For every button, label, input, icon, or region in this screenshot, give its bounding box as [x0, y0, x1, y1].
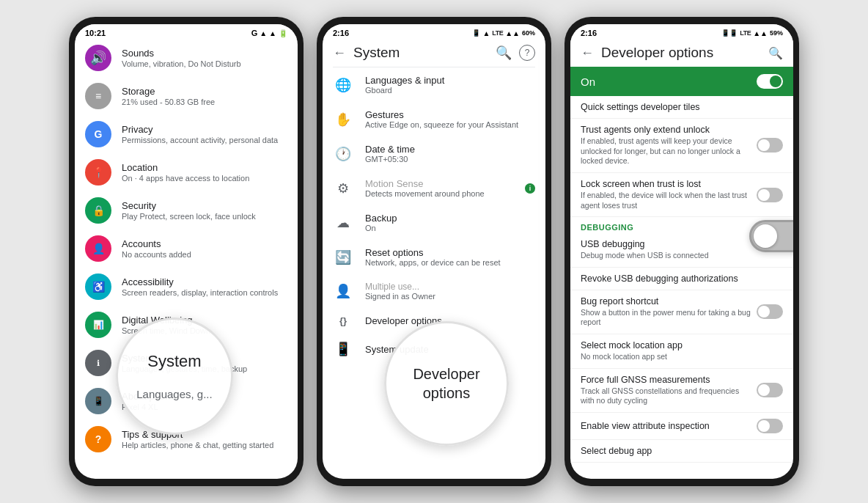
- icons3: 📱📱: [721, 29, 738, 37]
- status-bar-1: 10:21 G ▲ ▲ 🔋: [75, 24, 298, 39]
- phone-1-body: 10:21 G ▲ ▲ 🔋 🔊 Sounds Volume, vibration…: [69, 17, 304, 486]
- quick-settings-item[interactable]: Quick settings developer tiles: [570, 96, 793, 119]
- back-button-3[interactable]: ←: [581, 45, 594, 61]
- search-button-2[interactable]: 🔍: [496, 45, 512, 61]
- sysupdate-item[interactable]: 📱 System update: [323, 334, 545, 364]
- storage-text: Storage 21% used - 50.83 GB free: [122, 86, 287, 106]
- location-title: Location: [122, 162, 287, 173]
- debug-app-item[interactable]: Select debug app: [570, 440, 793, 463]
- sounds-sub: Volume, vibration, Do Not Disturb: [122, 59, 287, 68]
- accounts-text: Accounts No accounts added: [122, 238, 287, 259]
- digital-wellbeing-item[interactable]: 📊 Digital Wellbeing Screen time, Wind Do…: [75, 306, 298, 344]
- gestures-text: Gestures Active Edge on, squeeze for you…: [365, 109, 518, 129]
- dev-on-bar[interactable]: On: [570, 67, 793, 96]
- location-text: Location On · 4 apps have access to loca…: [122, 162, 287, 183]
- location-item[interactable]: 📍 Location On · 4 apps have access to lo…: [75, 153, 298, 191]
- system-list: 🌐 Languages & input Gboard ✋ Gestures Ac…: [323, 67, 545, 364]
- help-button-2[interactable]: ?: [519, 45, 535, 61]
- signal-icon: ▲: [269, 29, 276, 37]
- security-sub: Play Protect, screen lock, face unlock: [122, 212, 287, 221]
- accounts-sub: No accounts added: [122, 250, 287, 259]
- revoke-usb-item[interactable]: Revoke USB debugging authorizations: [570, 268, 793, 290]
- multiuser-text: Multiple use... Signed in as Owner: [365, 282, 435, 301]
- system-item[interactable]: ℹ System Languages, gestures, time, back…: [75, 344, 298, 382]
- sounds-icon: 🔊: [85, 45, 111, 71]
- gnss-item[interactable]: Force full GNSS measurements Track all G…: [570, 369, 793, 413]
- gestures-item[interactable]: ✋ Gestures Active Edge on, squeeze for y…: [323, 102, 545, 136]
- datetime-sub: GMT+05:30: [365, 155, 415, 164]
- view-attr-row: Enable view attribute inspection: [581, 419, 783, 433]
- trust-agents-title: Trust agents only extend unlock: [581, 125, 751, 135]
- trust-agents-row: Trust agents only extend unlock If enabl…: [581, 125, 783, 166]
- tips-item[interactable]: ? Tips & support Help articles, phone & …: [75, 420, 298, 458]
- storage-item[interactable]: ≡ Storage 21% used - 50.83 GB free: [75, 77, 298, 115]
- privacy-title: Privacy: [122, 124, 287, 135]
- bug-report-title: Bug report shortcut: [581, 296, 751, 306]
- about-icon: 📱: [85, 388, 111, 414]
- backup-item[interactable]: ☁ Backup On: [323, 205, 545, 240]
- security-item[interactable]: 🔒 Security Play Protect, screen lock, fa…: [75, 191, 298, 230]
- lang-title: Languages & input: [365, 75, 444, 86]
- time-2: 2:16: [333, 29, 349, 37]
- status-icons-1: G ▲ ▲ 🔋: [251, 29, 287, 37]
- phone-2-screen: 2:16 📱 ▲ LTE ▲▲ 60% ← System 🔍 ?: [323, 24, 545, 479]
- signal2-icon: ▲▲: [505, 29, 520, 37]
- phone-3-screen: 2:16 📱📱 LTE ▲▲ 59% ← Developer options 🔍…: [570, 24, 793, 479]
- dev-on-toggle[interactable]: [757, 74, 783, 89]
- security-text: Security Play Protect, screen lock, face…: [122, 200, 287, 221]
- phone-2-body: 2:16 📱 ▲ LTE ▲▲ 60% ← System 🔍 ?: [317, 17, 551, 486]
- bug-report-toggle[interactable]: [757, 304, 783, 319]
- view-attr-toggle[interactable]: [757, 419, 783, 433]
- quick-settings-title: Quick settings developer tiles: [581, 102, 700, 112]
- usb-toggle-large[interactable]: [749, 220, 793, 252]
- reset-item[interactable]: 🔄 Reset options Network, apps, or device…: [323, 240, 545, 274]
- google-icon: G: [251, 29, 258, 37]
- lang-text: Languages & input Gboard: [365, 75, 444, 95]
- phone-3: 2:16 📱📱 LTE ▲▲ 59% ← Developer options 🔍…: [564, 17, 799, 486]
- search-button-3[interactable]: 🔍: [768, 46, 783, 60]
- trust-agents-item[interactable]: Trust agents only extend unlock If enabl…: [570, 119, 793, 173]
- bug-report-sub: Show a button in the power menu for taki…: [581, 308, 751, 328]
- phone-2: 2:16 📱 ▲ LTE ▲▲ 60% ← System 🔍 ?: [317, 17, 551, 486]
- lang-input-item[interactable]: 🌐 Languages & input Gboard: [323, 67, 545, 102]
- lock-screen-title: Lock screen when trust is lost: [581, 179, 751, 189]
- digital-wellbeing-sub: Screen time, Wind Down: [122, 326, 287, 335]
- time-3: 2:16: [581, 29, 597, 37]
- battery2-icon: 60%: [522, 29, 535, 37]
- back-button-2[interactable]: ←: [333, 45, 346, 61]
- trust-agents-toggle[interactable]: [757, 138, 783, 153]
- view-attr-item[interactable]: Enable view attribute inspection: [570, 413, 793, 440]
- bug-report-item[interactable]: Bug report shortcut Show a button in the…: [570, 290, 793, 334]
- sounds-item[interactable]: 🔊 Sounds Volume, vibration, Do Not Distu…: [75, 39, 298, 77]
- backup-title: Backup: [365, 213, 397, 224]
- system-top-bar: ← System 🔍 ?: [323, 39, 545, 67]
- motion-text: Motion Sense Detects movement around pho…: [365, 178, 513, 198]
- multiuser-title: Multiple use...: [365, 282, 435, 292]
- lang-icon: 🌐: [333, 77, 353, 93]
- lock-screen-item[interactable]: Lock screen when trust is lost If enable…: [570, 173, 793, 217]
- devopt-item[interactable]: {} Developer options: [323, 308, 545, 334]
- gnss-sub: Track all GNSS constellations and freque…: [581, 386, 751, 406]
- dev-options-title: Developer options: [601, 45, 761, 61]
- status-icons-2: 📱 ▲ LTE ▲▲ 60%: [472, 29, 535, 37]
- debug-app-title: Select debug app: [581, 446, 783, 456]
- digital-wellbeing-text: Digital Wellbeing Screen time, Wind Down: [122, 315, 287, 335]
- accessibility-item[interactable]: ♿ Accessibility Screen readers, display,…: [75, 268, 298, 306]
- accounts-item[interactable]: 👤 Accounts No accounts added: [75, 230, 298, 268]
- accessibility-text: Accessibility Screen readers, display, i…: [122, 276, 287, 297]
- gnss-toggle[interactable]: [757, 383, 783, 397]
- datetime-item[interactable]: 🕐 Date & time GMT+05:30: [323, 136, 545, 171]
- backup-text: Backup On: [365, 213, 397, 232]
- accounts-title: Accounts: [122, 238, 287, 249]
- multiuser-item[interactable]: 👤 Multiple use... Signed in as Owner: [323, 274, 545, 308]
- motion-sense-item[interactable]: ⚙ Motion Sense Detects movement around p…: [323, 171, 545, 205]
- usb-debugging-sub: Debug mode when USB is connected: [581, 251, 783, 261]
- usb-debugging-item[interactable]: USB debugging Debug mode when USB is con…: [570, 233, 793, 268]
- lock-screen-toggle[interactable]: [757, 188, 783, 202]
- datetime-text: Date & time GMT+05:30: [365, 144, 415, 164]
- mock-location-item[interactable]: Select mock location app No mock locatio…: [570, 334, 793, 369]
- accessibility-icon: ♿: [85, 273, 111, 300]
- lte-badge-2: LTE: [492, 29, 503, 37]
- about-phone-item[interactable]: 📱 About phone Pixel 4 XL: [75, 382, 298, 420]
- privacy-item[interactable]: G Privacy Permissions, account activity,…: [75, 115, 298, 153]
